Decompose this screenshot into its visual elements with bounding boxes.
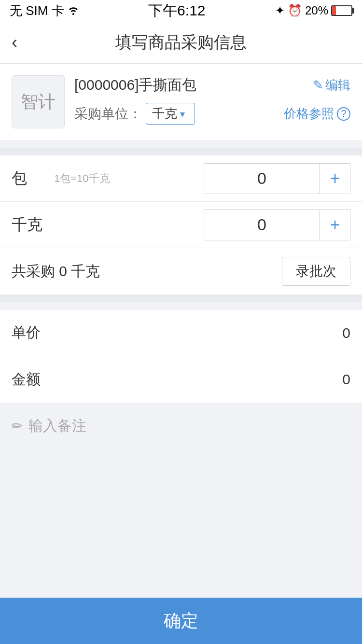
- summary-row: 共采购 0 千克 录批次: [0, 248, 362, 294]
- page-title: 填写商品采购信息: [115, 31, 247, 54]
- divider-2: [0, 294, 362, 302]
- unit-select[interactable]: 千克 ▾: [146, 103, 195, 125]
- confirm-button[interactable]: 确定: [0, 598, 362, 644]
- status-right: ✦ ⏰ 20%: [275, 4, 352, 17]
- battery-percentage: 20%: [305, 4, 328, 17]
- unit-row: 采购单位： 千克 ▾ 价格参照 ?: [74, 103, 350, 125]
- bao-label: 包: [12, 168, 50, 189]
- amount-value: 0: [342, 371, 350, 388]
- unit-label: 采购单位：: [74, 105, 142, 123]
- bao-input-group: +: [204, 163, 350, 194]
- product-logo: 智计: [21, 91, 56, 112]
- chevron-down-icon: ▾: [180, 108, 185, 120]
- unit-price-row: 单价 0: [0, 310, 362, 356]
- battery-icon: [331, 5, 352, 16]
- input-section: 包 1包=10千克 + 千克 +: [0, 155, 362, 248]
- product-name: [0000006]手撕面包: [74, 75, 196, 95]
- product-thumbnail: 智计: [12, 75, 65, 128]
- product-name-row: [0000006]手撕面包 ✎ 编辑: [74, 75, 350, 95]
- help-icon: ?: [337, 107, 350, 121]
- amount-label: 金额: [12, 370, 41, 390]
- kg-quantity-input[interactable]: [204, 210, 320, 240]
- batch-button[interactable]: 录批次: [282, 257, 350, 286]
- unit-price-label: 单价: [12, 323, 41, 343]
- wifi-icon: [68, 3, 79, 18]
- divider-1: [0, 148, 362, 155]
- status-time: 下午6:12: [148, 1, 205, 21]
- pencil-icon: ✏: [12, 418, 23, 434]
- info-section: 单价 0 金额 0: [0, 310, 362, 403]
- note-section[interactable]: ✏ 输入备注: [0, 403, 362, 449]
- back-button[interactable]: ‹: [12, 32, 17, 53]
- product-info: [0000006]手撕面包 ✎ 编辑 采购单位： 千克 ▾ 价格参照 ?: [74, 75, 350, 125]
- kg-input-group: +: [204, 210, 350, 240]
- summary-text: 共采购 0 千克: [12, 262, 100, 281]
- note-placeholder: 输入备注: [28, 416, 86, 436]
- bao-plus-button[interactable]: +: [320, 163, 350, 194]
- kg-plus-button[interactable]: +: [320, 210, 350, 240]
- kg-label: 千克: [12, 214, 50, 236]
- nav-bar: ‹ 填写商品采购信息: [0, 21, 362, 64]
- unit-price-value: 0: [342, 325, 350, 341]
- product-card: 智计 [0000006]手撕面包 ✎ 编辑 采购单位： 千克 ▾ 价格参照 ?: [0, 64, 362, 140]
- carrier-label: 无 SIM 卡: [10, 2, 64, 19]
- price-ref-button[interactable]: 价格参照 ?: [284, 105, 350, 122]
- edit-button[interactable]: ✎ 编辑: [313, 77, 350, 94]
- edit-icon: ✎: [313, 78, 323, 93]
- bao-sublabel: 1包=10千克: [54, 171, 204, 186]
- amount-row: 金额 0: [0, 356, 362, 403]
- alarm-icon: ⏰: [288, 4, 302, 17]
- input-row-kg: 千克 +: [0, 202, 362, 248]
- input-row-bao: 包 1包=10千克 +: [0, 155, 362, 202]
- bao-quantity-input[interactable]: [204, 163, 320, 194]
- status-bar: 无 SIM 卡 下午6:12 ✦ ⏰ 20%: [0, 0, 362, 21]
- status-left: 无 SIM 卡: [10, 2, 79, 19]
- location-icon: ✦: [275, 4, 285, 17]
